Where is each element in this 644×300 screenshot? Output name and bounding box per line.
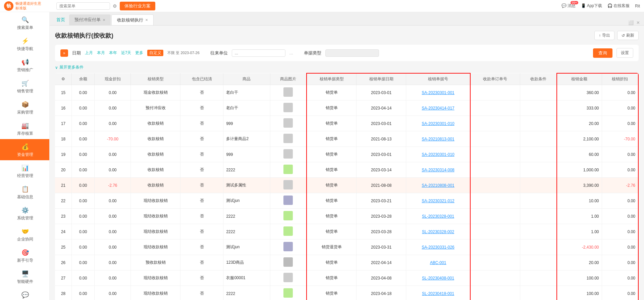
partner-label: 往来单位 [210, 50, 228, 56]
close-window-icon[interactable]: ✕ [636, 20, 640, 25]
row-cancel-type: 现结收款核销 [131, 193, 180, 209]
row-include-settled: 否 [180, 178, 223, 193]
sidebar-item-label: 基础信息 [17, 194, 33, 200]
date-more[interactable]: 更多 [135, 50, 143, 56]
row-receipt-condition [520, 209, 557, 224]
message-btn[interactable]: 💬 消息 99+ [561, 3, 576, 9]
gear-icon[interactable]: ⚙ [113, 3, 117, 9]
sidebar-item-shortcut[interactable]: ⚡ 快捷导航 [0, 33, 49, 54]
row-cancel-voucher-no[interactable]: SA-20230331-026 [406, 240, 470, 255]
row-receipt-condition [520, 131, 557, 147]
sidebar-item-newbie[interactable]: 🎯 新手引导 [0, 245, 49, 266]
col-product: 商品 [223, 73, 270, 85]
row-cancel-voucher-no[interactable]: SA-20210813-001 [406, 131, 470, 147]
tab-prepay[interactable]: 预付冲应付单 ✕ [69, 14, 111, 25]
row-no: 19 [55, 147, 72, 162]
row-balance: 0.00 [72, 178, 95, 193]
sidebar-item-label: 智能硬件 [17, 279, 33, 285]
date-this-year[interactable]: 本年 [109, 50, 117, 56]
row-receipt-condition [520, 286, 557, 300]
row-cancel-voucher-type: 销货退货单 [307, 240, 357, 255]
row-receipt-order-no [470, 193, 520, 209]
sidebar-item-collab[interactable]: 🤝 企业协同 [0, 224, 49, 245]
user-label[interactable]: Rit [635, 4, 640, 8]
search-input[interactable] [56, 2, 110, 10]
trial-button[interactable]: 体验行业方案 [120, 2, 155, 10]
close-tab-receipt[interactable]: ✕ [145, 18, 148, 22]
table-row: 21 0.00 -2.76 收款核销 否 测试多属性 销货单 2021-08-0… [55, 178, 638, 193]
col-gear[interactable]: ⚙ [55, 73, 72, 85]
row-cancel-voucher-no[interactable]: SA-20230414-017 [406, 100, 470, 116]
export-button[interactable]: ↑ 导出 [594, 31, 614, 40]
sidebar-item-purchase[interactable]: 📦 采购管理 [0, 97, 49, 118]
row-no: 18 [55, 131, 72, 147]
expand-more-btn[interactable]: ∨ 展开更多条件 [55, 65, 639, 70]
row-cancel-voucher-date: 2021-08-08 [357, 178, 406, 193]
row-cash-discount: 0.00 [95, 255, 131, 270]
sidebar-item-finance[interactable]: 💰 资金管理 [0, 139, 49, 160]
sidebar-item-search[interactable]: 🔍 搜索菜单 [0, 12, 49, 33]
col-include-settled: 包含已结清 [180, 73, 223, 85]
refresh-button[interactable]: ↺ 刷新 [617, 31, 639, 40]
date-custom[interactable]: 自定义 [147, 50, 163, 56]
row-no: 16 [55, 100, 72, 116]
row-cancel-voucher-date: 2023-03-01 [357, 116, 406, 131]
sidebar-item-business[interactable]: 📊 经营管理 [0, 160, 49, 181]
row-cash-discount: 0.00 [95, 85, 131, 100]
row-cancel-voucher-no[interactable]: SA-20230301-010 [406, 116, 470, 131]
app-download-btn[interactable]: 📱 App下载 [581, 3, 602, 9]
sidebar-item-sales[interactable]: 🛒 销售管理 [0, 76, 49, 97]
online-service-btn[interactable]: 🎧 在线客服 [607, 3, 630, 9]
top-bar-mid: ⚙ 体验行业方案 [56, 2, 559, 10]
date-this-month[interactable]: 本月 [97, 50, 105, 56]
row-cancel-voucher-no[interactable]: SA-20230301-010 [406, 147, 470, 162]
row-cancel-voucher-date: 2023-03-21 [357, 193, 406, 209]
tab-receipt[interactable]: 收款核销执行 ✕ [111, 14, 154, 25]
logo: 畅 畅捷通道好生意 标准版 [4, 1, 54, 11]
row-receipt-order-no [470, 162, 520, 178]
row-cancel-voucher-no[interactable]: SA-20210808-001 [406, 178, 470, 193]
row-cancel-voucher-type: 销货单 [307, 100, 357, 116]
sales-icon: 🛒 [21, 80, 29, 87]
row-cancel-voucher-no[interactable]: SA-20230321-012 [406, 193, 470, 209]
sidebar-item-inventory[interactable]: 🏭 库存核算 [0, 118, 49, 139]
row-cancel-voucher-no[interactable]: SL-20230328-001 [406, 209, 470, 224]
row-receipt-order-no [470, 147, 520, 162]
expand-more-row: ∨ 展开更多条件 [55, 65, 639, 70]
sidebar-item-marketing[interactable]: 📢 营销推广 [0, 54, 49, 76]
row-receipt-condition [520, 85, 557, 100]
sidebar-item-wechat[interactable]: 💬 企业微信 [0, 287, 49, 300]
row-cancel-voucher-no[interactable]: SA-20230301-001 [406, 85, 470, 100]
query-button[interactable]: 查询 [593, 48, 612, 58]
partner-input[interactable] [232, 49, 285, 57]
date-prev-month[interactable]: 上月 [85, 50, 93, 56]
row-cancel-voucher-no[interactable]: SL-20230328-002 [406, 224, 470, 240]
row-cancel-discount: 0.00 [602, 240, 638, 255]
date-7days[interactable]: 近7天 [121, 50, 131, 56]
row-cancel-voucher-type: 销货单 [307, 178, 357, 193]
filter-expand-button[interactable]: » [60, 49, 68, 57]
close-tab-prepay[interactable]: ✕ [103, 18, 105, 22]
settings-button[interactable]: 设置 [616, 48, 633, 58]
col-cash-discount: 现金折扣 [95, 73, 131, 85]
col-cancel-discount: 核销折扣 [602, 73, 638, 85]
row-cancel-voucher-no[interactable]: SL-20230418-001 [406, 286, 470, 300]
sidebar-item-basic[interactable]: 📋 基础信息 [0, 181, 49, 203]
row-cancel-voucher-date: 2023-04-14 [357, 100, 406, 116]
row-product: 测试jun [223, 240, 270, 255]
row-product: 2222 [223, 209, 270, 224]
row-cancel-voucher-no[interactable]: SA-20230314-008 [406, 162, 470, 178]
row-cancel-voucher-type: 销货单 [307, 193, 357, 209]
row-product: 2222 [223, 224, 270, 240]
row-cash-discount: -2.76 [95, 178, 131, 193]
row-balance: 0.00 [72, 131, 95, 147]
sidebar-item-system[interactable]: ⚙️ 系统管理 [0, 203, 49, 224]
voucher-type-select[interactable] [325, 49, 379, 57]
tab-home[interactable]: 首页 [52, 14, 69, 25]
maximize-icon[interactable]: ⬜ [628, 20, 634, 25]
row-cancel-voucher-no[interactable]: ABC-001 [406, 255, 470, 270]
row-cancel-type: 收款核销 [131, 131, 180, 147]
row-cancel-voucher-no[interactable]: SL-20230408-001 [406, 270, 470, 286]
row-no: 27 [55, 270, 72, 286]
sidebar-item-hardware[interactable]: 🖥️ 智能硬件 [0, 266, 49, 287]
